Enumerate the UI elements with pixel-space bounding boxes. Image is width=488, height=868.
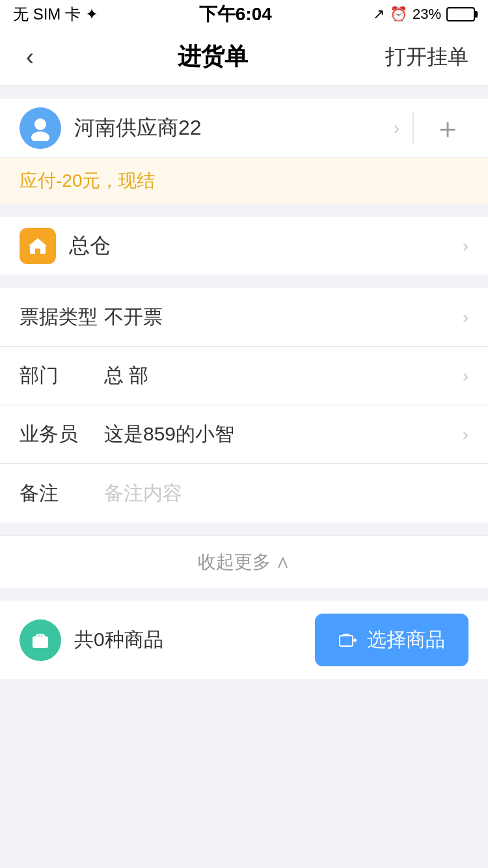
warehouse-chevron-icon: › — [463, 236, 468, 256]
add-supplier-button[interactable]: ＋ — [427, 103, 468, 154]
product-icon-wrap — [20, 619, 61, 661]
collapse-label: 收起更多 ∧ — [198, 550, 291, 575]
product-footer: 共0种商品 选择商品 — [0, 601, 488, 679]
department-value: 总 部 — [104, 362, 463, 389]
invoice-type-value: 不开票 — [104, 304, 463, 331]
section-divider-2 — [0, 204, 488, 217]
supplier-avatar — [20, 107, 61, 149]
supplier-name: 河南供应商22 — [74, 114, 381, 142]
form-section: 票据类型 不开票 › 部门 总 部 › 业务员 这是859的小智 › 备注 备注… — [0, 288, 488, 522]
department-chevron-icon: › — [463, 366, 468, 387]
status-time: 下午6:04 — [199, 2, 272, 27]
supplier-row[interactable]: 河南供应商22 › — [20, 99, 400, 157]
notice-text: 应付-20元，现结 — [20, 170, 155, 191]
product-count: 共0种商品 — [74, 627, 302, 653]
location-icon: ↗ — [373, 6, 385, 23]
svg-rect-5 — [33, 636, 48, 648]
invoice-type-label: 票据类型 — [20, 304, 104, 331]
select-goods-icon — [338, 631, 358, 650]
svg-rect-4 — [35, 249, 40, 254]
battery-percent: 23% — [413, 6, 441, 23]
supplier-divider — [413, 112, 414, 144]
battery-icon — [446, 7, 475, 21]
collapse-row[interactable]: 收起更多 ∧ — [0, 536, 488, 588]
svg-point-1 — [31, 131, 49, 141]
svg-point-0 — [34, 118, 46, 130]
supplier-chevron-icon: › — [394, 118, 400, 139]
warehouse-label: 总仓 — [69, 232, 450, 260]
shopping-bag-icon — [29, 629, 52, 652]
invoice-type-row[interactable]: 票据类型 不开票 › — [0, 288, 488, 347]
department-row[interactable]: 部门 总 部 › — [0, 347, 488, 405]
select-goods-button[interactable]: 选择商品 — [315, 614, 468, 666]
status-left: 无 SIM 卡 ✦ — [13, 4, 98, 25]
back-button[interactable]: ‹ — [20, 37, 40, 77]
warehouse-row[interactable]: 总仓 › — [0, 217, 488, 275]
status-right: ↗ ⏰ 23% — [373, 6, 475, 23]
open-pending-button[interactable]: 打开挂单 — [385, 43, 468, 72]
bottom-area — [0, 679, 488, 868]
invoice-type-chevron-icon: › — [463, 307, 468, 328]
status-bar: 无 SIM 卡 ✦ 下午6:04 ↗ ⏰ 23% — [0, 0, 488, 29]
department-label: 部门 — [20, 362, 104, 389]
svg-marker-3 — [29, 238, 47, 246]
nav-bar: ‹ 进货单 打开挂单 — [0, 29, 488, 86]
select-goods-label: 选择商品 — [367, 627, 445, 653]
salesperson-chevron-icon: › — [463, 424, 468, 445]
remark-label: 备注 — [20, 480, 104, 507]
warehouse-icon-wrap — [20, 228, 56, 264]
person-icon — [27, 115, 53, 141]
salesperson-value: 这是859的小智 — [104, 421, 463, 448]
warehouse-icon — [27, 236, 48, 256]
supplier-section: 河南供应商22 › ＋ — [0, 99, 488, 158]
alarm-icon: ⏰ — [390, 6, 407, 23]
svg-rect-7 — [340, 636, 353, 646]
salesperson-row[interactable]: 业务员 这是859的小智 › — [0, 405, 488, 464]
salesperson-label: 业务员 — [20, 421, 104, 448]
remark-input[interactable]: 备注内容 — [104, 480, 468, 507]
notice-banner: 应付-20元，现结 — [0, 158, 488, 204]
page-title: 进货单 — [178, 41, 248, 73]
section-divider-1 — [0, 86, 488, 99]
remark-row[interactable]: 备注 备注内容 — [0, 464, 488, 522]
